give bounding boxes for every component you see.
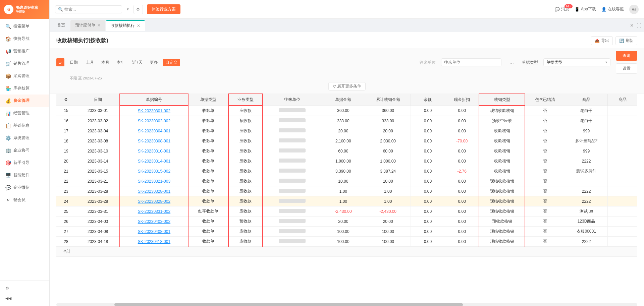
order-link[interactable]: SK-20230310-001 [138, 149, 170, 154]
tab-home[interactable]: 首页 [52, 20, 70, 31]
table-wrap: ⚙ 日期 单据编号 单据类型 业务类型 往来单位 单据金额 累计核销金额 [50, 94, 644, 303]
topbar-search-input[interactable] [64, 7, 118, 12]
filter-date-custom[interactable]: 自定义 [163, 59, 180, 66]
page-title: 收款核销执行(按收款) [56, 37, 108, 44]
cell-no: 25 [56, 206, 76, 217]
cell-order-no: SK-20230321-003 [120, 176, 188, 186]
sidebar-item-basic-info[interactable]: 📋 基础信息 [0, 119, 49, 132]
cell-amount: 20.00 [321, 126, 365, 136]
filter-date-this-year[interactable]: 本年 [114, 59, 127, 66]
filter-type-select[interactable]: 单据类型 [543, 58, 610, 66]
cell-goods: 2222 [565, 237, 608, 247]
column-settings-icon[interactable]: ⚙ [64, 97, 68, 102]
sidebar-item-inventory[interactable]: 🏪 库存核算 [0, 82, 49, 95]
cell-order-type: 收款单 [188, 116, 228, 126]
cell-no: 21 [56, 166, 76, 176]
order-link[interactable]: SK-20230301-002 [138, 109, 170, 113]
cell-date: 2023-03-14 [76, 156, 120, 166]
tab-fullscreen-icon[interactable]: ⛶ [637, 23, 641, 28]
order-link[interactable]: SK-20230328-002 [138, 199, 170, 204]
order-link[interactable]: SK-20230314-001 [138, 159, 170, 164]
search-icon: 🔍 [5, 24, 11, 29]
cell-discount: 0.00 [445, 237, 479, 247]
sidebar-item-system[interactable]: ⚙️ 系统管理 [0, 132, 49, 144]
sidebar-settings-btn[interactable]: ⚙ [0, 283, 49, 293]
filter-expand-button[interactable]: » [56, 58, 64, 66]
cell-balance: 0.00 [411, 116, 445, 126]
content-area: 收款核销执行(按收款) 📤 导出 🔄 刷新 » 日期 上月 本月 [50, 32, 644, 306]
filter-expand-more-button[interactable]: ▽ 展开更多条件 [328, 82, 366, 90]
th-order-type: 单据类型 [188, 94, 228, 106]
sidebar-item-member[interactable]: V 畅会员 [0, 194, 49, 206]
filter-settings-button[interactable]: 设置 [616, 63, 637, 74]
sidebar-item-enterprise[interactable]: 🏢 企业协同 [0, 144, 49, 157]
tab-writeoff[interactable]: 收款核销执行 ✕ [106, 20, 145, 31]
filter-date-more[interactable]: 更多 [147, 59, 161, 66]
sidebar-item-operation[interactable]: 📊 经营管理 [0, 107, 49, 119]
sidebar-item-hardware[interactable]: 🖥️ 智能硬件 [0, 169, 49, 181]
order-link[interactable]: SK-20230315-002 [138, 169, 170, 174]
sidebar-item-purchase[interactable]: 📦 采购管理 [0, 70, 49, 82]
messages-button[interactable]: 💬 消息 99+ [555, 6, 569, 12]
export-button[interactable]: 📤 导出 [591, 36, 613, 45]
sidebar-item-finance[interactable]: 💰 资金管理 [0, 95, 49, 107]
topbar-settings-button[interactable]: ⚙ [133, 5, 143, 14]
cell-unit [263, 196, 321, 206]
cell-discount: 0.00 [445, 146, 479, 156]
order-link[interactable]: SK-20230403-002 [138, 219, 170, 224]
order-link[interactable]: SK-20230304-001 [138, 129, 170, 133]
table-scrollbar-thumb[interactable] [114, 303, 463, 306]
cell-settled: 否 [525, 156, 565, 166]
sidebar-item-sales[interactable]: 🛒 销售管理 [0, 57, 49, 70]
filter-date-last-month[interactable]: 上月 [83, 59, 97, 66]
cell-goods: 999 [565, 126, 608, 136]
filter-date-this-month[interactable]: 本月 [99, 59, 112, 66]
sidebar-item-marketing[interactable]: 📢 营销推广 [0, 45, 49, 57]
tab-prepay-close[interactable]: ✕ [97, 23, 101, 28]
refresh-button[interactable]: 🔄 刷新 [615, 36, 637, 45]
cell-amount: 333.00 [321, 116, 365, 126]
sidebar-item-quick-nav[interactable]: 🏠 快捷导航 [0, 33, 49, 45]
cell-unit [263, 126, 321, 136]
sidebar-collapse-btn[interactable]: ◀◀ [0, 293, 49, 303]
filter-date-7days[interactable]: 近7天 [129, 59, 145, 66]
order-link[interactable]: SK-20230408-001 [138, 229, 170, 234]
cell-order-type: 收款单 [188, 176, 228, 186]
marketing-icon: 📢 [5, 49, 11, 54]
sidebar-item-search[interactable]: 🔍 搜索菜单 [0, 20, 49, 33]
order-link[interactable]: SK-20230321-003 [138, 179, 170, 184]
cell-date: 2023-04-08 [76, 227, 120, 237]
cell-settled: 否 [525, 146, 565, 156]
app-download-button[interactable]: 📱 App下载 [575, 6, 596, 12]
cell-order-type: 收款单 [188, 126, 228, 136]
order-link[interactable]: SK-20230308-001 [138, 139, 170, 143]
tab-prepay[interactable]: 预计应付单 ✕ [70, 20, 105, 31]
order-link[interactable]: SK-20230418-001 [138, 239, 170, 244]
table-scrollbar[interactable] [56, 303, 637, 306]
tab-writeoff-close[interactable]: ✕ [137, 23, 140, 28]
cell-amount: 3,390.00 [321, 166, 365, 176]
cell-biz-type: 应收款 [228, 146, 263, 156]
gear-icon: ⚙ [136, 7, 140, 12]
order-link[interactable]: SK-20230302-002 [138, 119, 170, 123]
solution-button[interactable]: 体验行业方案 [147, 4, 180, 14]
table-row: 26 2023-04-03 SK-20230403-002 收款单 预收款 20… [56, 217, 637, 227]
logo-icon: 6 [4, 5, 13, 14]
topbar-search-area[interactable]: 🔍 [55, 5, 122, 13]
user-avatar[interactable]: Rit [629, 5, 639, 14]
table-row: 25 2023-03-31 SK-20230331-002 红字收款单 应收款 … [56, 206, 637, 217]
sidebar-item-guide[interactable]: 🎯 新手引导 [0, 157, 49, 169]
cell-order-no: SK-20230328-001 [120, 186, 188, 196]
cell-settled: 否 [525, 136, 565, 146]
cell-balance: 0.00 [411, 146, 445, 156]
cell-goods [565, 176, 608, 186]
table-row: 27 2023-04-08 SK-20230408-001 收款单 应收款 10… [56, 227, 637, 237]
online-service-button[interactable]: 👤 在线客服 [601, 6, 624, 12]
order-link[interactable]: SK-20230331-002 [138, 209, 170, 214]
th-settings[interactable]: ⚙ [56, 94, 76, 106]
order-link[interactable]: SK-20230328-001 [138, 189, 170, 194]
sidebar-item-wechat[interactable]: 💬 企业微信 [0, 181, 49, 194]
query-button[interactable]: 查询 [616, 51, 637, 61]
tab-close-all-icon[interactable]: ✕ [630, 23, 634, 28]
filter-unit-input[interactable] [441, 58, 501, 66]
